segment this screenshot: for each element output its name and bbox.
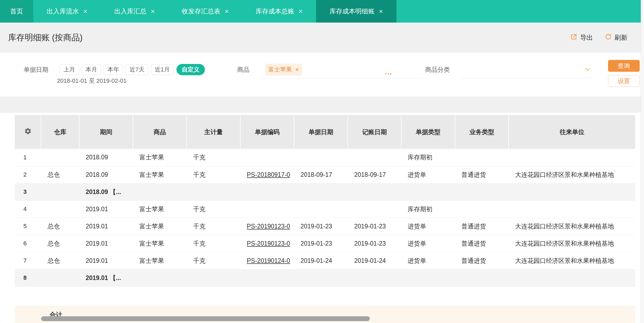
cell-doc_code[interactable]: PS-20190123-0: [240, 235, 294, 252]
tab-label: 出入库汇总: [114, 7, 146, 16]
column-header[interactable]: 单据类型: [401, 115, 455, 149]
cell-biz_type: 普通进货: [455, 252, 509, 269]
cell-doc_code[interactable]: PS-20180917-0: [240, 166, 294, 183]
cell-book_date: 2019-01-23: [348, 218, 401, 235]
tab-close-icon[interactable]: ×: [151, 7, 155, 16]
cell-doc_code[interactable]: PS-20190124-0: [240, 252, 294, 269]
cell-doc_code[interactable]: PS-20190123-0: [240, 218, 294, 235]
settings-button[interactable]: 设置: [608, 75, 640, 87]
cell-doc_type: 进货单: [401, 235, 455, 252]
cell-period: 2019.01 【...: [79, 269, 133, 286]
quick-range-button[interactable]: 近7天: [126, 64, 148, 75]
cell-partner: 大连花园口经济区景和水果种植基地: [509, 218, 635, 235]
column-header[interactable]: 商品: [133, 115, 187, 149]
cell-product: 富士苹果: [133, 218, 187, 235]
cell-warehouse: [41, 200, 79, 218]
column-header[interactable]: 业务类型: [455, 115, 509, 149]
column-settings-button[interactable]: [15, 115, 41, 149]
row-index: 8: [15, 269, 41, 286]
quick-range-button[interactable]: 近1月: [151, 64, 173, 75]
cell-biz_type: 普通进货: [455, 235, 509, 252]
more-options-icon[interactable]: ...: [385, 69, 392, 76]
top-tab[interactable]: 库存成本总账×: [242, 0, 316, 23]
table-row: 2总仓2018.09富士苹果千克PS-20180917-02018-09-172…: [15, 166, 635, 183]
export-button[interactable]: 导出: [570, 33, 593, 42]
cell-doc_type: 库存期初: [401, 149, 455, 166]
cell-doc_code: [240, 149, 294, 166]
horizontal-scrollbar[interactable]: [41, 316, 370, 321]
column-header[interactable]: 单据编码: [240, 115, 294, 149]
column-header[interactable]: 单据日期: [294, 115, 348, 149]
date-range-value[interactable]: 2018-01-01 至 2019-02-01: [57, 77, 126, 85]
top-tab[interactable]: 库存成本明细账×: [316, 0, 396, 23]
tab-close-icon[interactable]: ×: [379, 7, 383, 16]
cell-warehouse: [41, 183, 79, 200]
category-label: 商品分类: [425, 66, 450, 74]
chevron-down-icon[interactable]: [584, 66, 591, 74]
column-header[interactable]: 仓库: [41, 115, 79, 149]
cell-doc_code: [240, 200, 294, 218]
cell-doc_date: 2019-01-23: [294, 218, 348, 235]
product-tag-text: 富士苹果: [268, 66, 292, 74]
query-button[interactable]: 查询: [608, 60, 640, 72]
quick-range-button[interactable]: 本月: [82, 64, 101, 75]
cell-doc_date: 2018-09-17: [294, 166, 348, 183]
table-row: 5总仓2019.01富士苹果千克PS-20190123-02019-01-232…: [15, 218, 635, 235]
cell-unit: 千克: [187, 235, 240, 252]
tab-label: 库存成本明细账: [330, 7, 375, 16]
tab-close-icon[interactable]: ×: [83, 7, 87, 16]
cell-partner: 大连花园口经济区景和水果种植基地: [509, 166, 635, 183]
column-header[interactable]: 主计量: [187, 115, 240, 149]
tab-close-icon[interactable]: ×: [299, 7, 303, 16]
product-select-field[interactable]: 富士苹果 × ...: [261, 61, 422, 78]
cell-unit: 千克: [187, 200, 240, 218]
table-group-row: 32018.09 【...: [15, 183, 635, 200]
cell-biz_type: [455, 183, 509, 200]
page-scrollbar-track[interactable]: [641, 0, 644, 323]
cell-doc_code: [240, 269, 294, 286]
cell-book_date: [348, 269, 401, 286]
cell-book_date: 2019-01-24: [348, 252, 401, 269]
cell-doc_type: 库存期初: [401, 200, 455, 218]
top-tab[interactable]: 收发存汇总表×: [168, 0, 242, 23]
page-title: 库存明细账 (按商品): [8, 32, 82, 43]
cell-product: 富士苹果: [133, 235, 187, 252]
export-icon: [570, 33, 577, 42]
column-header[interactable]: 往来单位: [509, 115, 635, 149]
row-index: 4: [15, 200, 41, 218]
tab-home[interactable]: 首页: [0, 0, 33, 23]
cell-warehouse: [41, 149, 79, 166]
column-header[interactable]: 记账日期: [348, 115, 401, 149]
column-header[interactable]: 期间: [79, 115, 133, 149]
cell-partner: [509, 200, 635, 218]
remove-tag-icon[interactable]: ×: [295, 66, 299, 73]
cell-doc_date: [294, 149, 348, 166]
table-row: 6总仓2019.01富士苹果千克PS-20190123-02019-01-232…: [15, 235, 635, 252]
row-index: 3: [15, 183, 41, 200]
category-select-field[interactable]: [460, 61, 594, 78]
cell-doc_date: [294, 200, 348, 218]
cell-biz_type: 普通进货: [455, 218, 509, 235]
cell-doc_code: [240, 183, 294, 200]
row-index: 2: [15, 166, 41, 183]
cell-book_date: 2018-09-17: [348, 166, 401, 183]
refresh-button[interactable]: 刷新: [605, 33, 627, 42]
top-tab[interactable]: 出入库汇总×: [101, 0, 168, 23]
table-header-row: 仓库期间商品主计量单据编码单据日期记账日期单据类型业务类型往来单位: [15, 115, 635, 149]
tab-close-icon[interactable]: ×: [225, 7, 229, 16]
quick-range-button[interactable]: 本年: [104, 64, 123, 75]
open-tabs: 出入库流水×出入库汇总×收发存汇总表×库存成本总账×库存成本明细账×: [33, 0, 396, 23]
quick-range-button[interactable]: 上月: [60, 64, 79, 75]
cell-book_date: [348, 183, 401, 200]
tab-label: 收发存汇总表: [182, 7, 220, 16]
custom-range-button[interactable]: 自定义: [176, 64, 205, 75]
top-tab[interactable]: 出入库流水×: [33, 0, 101, 23]
cell-warehouse: 总仓: [41, 218, 79, 235]
refresh-label: 刷新: [614, 33, 627, 42]
cell-warehouse: 总仓: [41, 252, 79, 269]
cell-partner: 大连花园口经济区景和水果种植基地: [509, 235, 635, 252]
doc-date-label: 单据日期: [24, 66, 48, 74]
cell-doc_type: 进货单: [401, 166, 455, 183]
cell-biz_type: 普通进货: [455, 166, 509, 183]
top-tab-bar: 首页 出入库流水×出入库汇总×收发存汇总表×库存成本总账×库存成本明细账×: [0, 0, 641, 23]
